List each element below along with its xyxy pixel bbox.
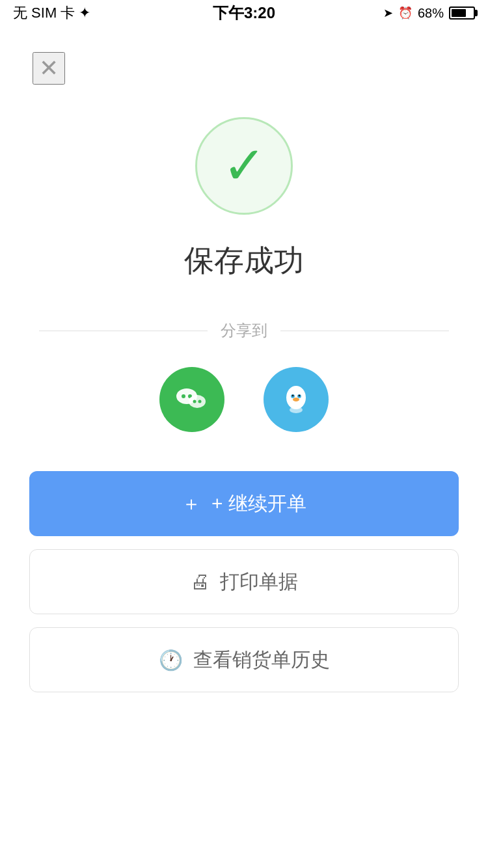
plus-icon: ＋: [182, 491, 201, 517]
main-content: ✕ ✓ 保存成功 分享到: [0, 26, 488, 868]
svg-point-3: [189, 395, 206, 408]
wechat-icon: [172, 379, 211, 420]
wechat-share-button[interactable]: [159, 367, 224, 432]
share-section: 分享到: [0, 320, 488, 432]
svg-point-4: [193, 400, 197, 403]
svg-point-14: [290, 407, 303, 413]
share-divider: 分享到: [0, 320, 488, 341]
continue-label: + 继续开单: [211, 491, 306, 517]
print-icon: 🖨: [190, 571, 210, 593]
qq-icon: [277, 379, 316, 420]
battery-percent: 68%: [418, 6, 444, 21]
divider-right: [280, 331, 449, 331]
status-time: 下午3:20: [213, 3, 275, 23]
qq-share-button[interactable]: [264, 367, 329, 432]
status-bar: 无 SIM 卡 ✦ 下午3:20 ➤ ⏰ 68%: [0, 0, 488, 26]
share-label: 分享到: [221, 320, 267, 341]
sim-status: 无 SIM 卡 ✦: [13, 3, 90, 23]
divider-left: [39, 331, 208, 331]
svg-point-5: [198, 400, 202, 403]
continue-button[interactable]: ＋ + 继续开单: [29, 471, 459, 536]
print-button[interactable]: 🖨 打印单据: [29, 549, 459, 614]
print-label: 打印单据: [220, 569, 298, 595]
svg-point-13: [293, 398, 299, 401]
alarm-icon: ⏰: [398, 6, 413, 20]
success-circle: ✓: [195, 117, 293, 215]
status-left: 无 SIM 卡 ✦: [13, 3, 90, 23]
svg-point-1: [182, 394, 185, 398]
svg-point-8: [298, 400, 305, 404]
clock-icon: 🕐: [159, 649, 183, 671]
close-button[interactable]: ✕: [33, 52, 65, 85]
success-title: 保存成功: [184, 241, 304, 281]
status-right: ➤ ⏰ 68%: [383, 6, 475, 21]
svg-point-11: [292, 394, 294, 396]
svg-point-7: [288, 400, 294, 404]
battery-icon: [449, 7, 475, 20]
svg-point-12: [299, 394, 301, 396]
action-buttons: ＋ + 继续开单 🖨 打印单据 🕐 查看销货单历史: [29, 471, 459, 692]
history-label: 查看销货单历史: [193, 647, 330, 673]
history-button[interactable]: 🕐 查看销货单历史: [29, 627, 459, 692]
location-icon: ➤: [383, 6, 393, 20]
close-icon: ✕: [39, 57, 59, 80]
checkmark-icon: ✓: [223, 140, 266, 192]
share-icons: [159, 367, 329, 432]
